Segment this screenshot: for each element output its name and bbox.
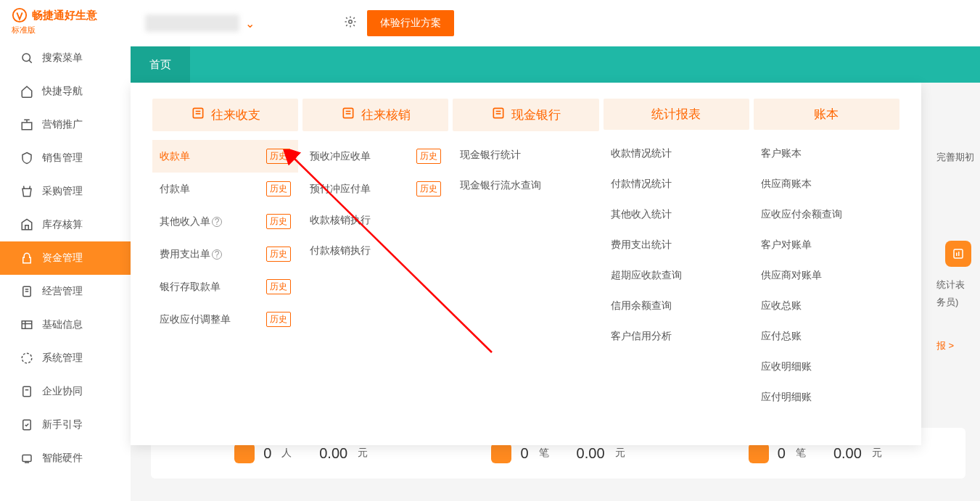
sidebar-item-9[interactable]: 系统管理 [0, 341, 131, 375]
svg-point-16 [349, 20, 353, 24]
menu-col-4: 账本客户账本供应商账本应收应付余额查询客户对账单供应商对账单应收总账应付总账应收… [754, 99, 899, 429]
stat-1-amount: 0.00 [319, 445, 347, 462]
nav-icon-3 [20, 152, 33, 165]
menu-item-1-3[interactable]: 付款核销执行 [302, 236, 448, 266]
sidebar-item-8[interactable]: 基础信息 [0, 308, 131, 341]
gear-icon[interactable] [344, 15, 357, 31]
menu-item-label-1-0: 预收冲应收单 [310, 150, 371, 163]
history-tag-1-0[interactable]: 历史 [416, 149, 441, 164]
menu-item-3-0[interactable]: 收款情况统计 [604, 138, 749, 169]
menu-item-2-1[interactable]: 现金银行流水查询 [453, 170, 598, 201]
col-icon-1 [341, 106, 355, 124]
menu-item-4-5[interactable]: 应收总账 [754, 291, 899, 321]
float-report-icon[interactable] [945, 241, 971, 267]
menu-item-label-3-4: 超期应收款查询 [611, 269, 682, 282]
tab-home[interactable]: 首页 [131, 46, 190, 83]
menu-col-header-0: 往来收支 [152, 99, 298, 131]
stat-3-amount: 0.00 [833, 445, 862, 462]
help-icon[interactable]: ? [212, 217, 222, 227]
history-tag-1-1[interactable]: 历史 [416, 181, 441, 196]
sidebar-item-1[interactable]: 快捷导航 [0, 75, 131, 108]
sidebar-item-0[interactable]: 搜索菜单 [0, 41, 131, 75]
sidebar: 畅捷通好生意 标准版 搜索菜单快捷导航营销推广销售管理采购管理库存核算资金管理经… [0, 0, 131, 501]
nav-icon-6 [20, 252, 33, 265]
sidebar-item-11[interactable]: 新手引导 [0, 408, 131, 442]
menu-item-label-0-2: 其他收入单? [160, 215, 222, 228]
history-tag-0-0[interactable]: 历史 [266, 149, 291, 164]
sidebar-item-6[interactable]: 资金管理 [0, 241, 131, 275]
menu-item-0-0[interactable]: 收款单历史 [152, 140, 298, 173]
menu-item-label-0-0: 收款单 [160, 150, 190, 163]
sidebar-item-7[interactable]: 经营管理 [0, 275, 131, 308]
nav-label-12: 智能硬件 [42, 452, 83, 465]
menu-item-4-3[interactable]: 客户对账单 [754, 230, 899, 260]
stat-2-count: 0 [520, 445, 528, 462]
col-icon-0 [191, 106, 205, 124]
stat-2-unit1: 笔 [539, 447, 549, 460]
sidebar-item-10[interactable]: 企业协同 [0, 375, 131, 408]
sidebar-item-2[interactable]: 营销推广 [0, 108, 131, 141]
menu-item-0-2[interactable]: 其他收入单?历史 [152, 205, 298, 238]
menu-item-4-7[interactable]: 应收明细账 [754, 352, 899, 382]
menu-item-4-0[interactable]: 客户账本 [754, 138, 899, 169]
menu-item-0-3[interactable]: 费用支出单?历史 [152, 238, 298, 270]
menu-item-3-6[interactable]: 客户信用分析 [604, 321, 749, 352]
menu-item-3-3[interactable]: 费用支出统计 [604, 230, 749, 260]
history-tag-0-3[interactable]: 历史 [266, 247, 291, 262]
svg-rect-19 [958, 252, 960, 256]
nav-icon-7 [20, 285, 33, 298]
stat-1-count: 0 [263, 445, 271, 462]
sidebar-item-4[interactable]: 采购管理 [0, 175, 131, 208]
svg-rect-11 [23, 386, 31, 397]
menu-col-2: 现金银行现金银行统计现金银行流水查询 [453, 99, 598, 429]
svg-line-2 [29, 60, 32, 63]
nav-label-8: 基础信息 [42, 318, 83, 331]
stat-3-unit2: 元 [872, 447, 882, 460]
menu-item-1-0[interactable]: 预收冲应收单历史 [302, 140, 448, 173]
menu-item-0-4[interactable]: 银行存取款单历史 [152, 270, 298, 303]
menu-item-4-1[interactable]: 供应商账本 [754, 169, 899, 199]
nav-label-4: 采购管理 [42, 185, 83, 198]
history-tag-0-4[interactable]: 历史 [266, 279, 291, 294]
nav-label-2: 营销推广 [42, 118, 83, 131]
menu-item-2-0[interactable]: 现金银行统计 [453, 140, 598, 170]
nav-label-6: 资金管理 [42, 252, 83, 265]
sidebar-item-12[interactable]: 智能硬件 [0, 442, 131, 475]
app-subtitle: 标准版 [12, 25, 119, 36]
history-tag-0-5[interactable]: 历史 [266, 312, 291, 327]
menu-item-4-2[interactable]: 应收应付余额查询 [754, 199, 899, 230]
menu-item-1-1[interactable]: 预付冲应付单历史 [302, 173, 448, 205]
org-dropdown[interactable]: ⌄ [145, 15, 334, 32]
menu-item-label-4-7: 应收明细账 [761, 360, 812, 373]
col-title-4: 账本 [814, 106, 839, 123]
menu-item-4-4[interactable]: 供应商对账单 [754, 260, 899, 291]
sidebar-item-5[interactable]: 库存核算 [0, 208, 131, 241]
menu-item-3-5[interactable]: 信用余额查询 [604, 291, 749, 321]
svg-rect-3 [22, 123, 32, 130]
topbar: ⌄ 体验行业方案 [131, 0, 980, 46]
col-title-0: 往来收支 [211, 107, 260, 123]
menu-item-label-3-6: 客户信用分析 [611, 330, 672, 343]
help-icon[interactable]: ? [212, 249, 222, 260]
nav-icon-10 [20, 385, 33, 398]
menu-item-1-2[interactable]: 收款核销执行 [302, 205, 448, 236]
menu-item-0-1[interactable]: 付款单历史 [152, 173, 298, 205]
experience-button[interactable]: 体验行业方案 [367, 10, 454, 36]
menu-item-3-2[interactable]: 其他收入统计 [604, 199, 749, 230]
menu-item-label-3-3: 费用支出统计 [611, 239, 672, 252]
menu-item-4-6[interactable]: 应付总账 [754, 321, 899, 352]
menu-item-3-1[interactable]: 付款情况统计 [604, 169, 749, 199]
tab-strip: 首页 [131, 46, 980, 83]
menu-col-0: 往来收支收款单历史付款单历史其他收入单?历史费用支出单?历史银行存取款单历史应收… [152, 99, 298, 429]
menu-col-header-2: 现金银行 [453, 99, 598, 131]
menu-item-3-4[interactable]: 超期应收款查询 [604, 260, 749, 291]
stat-2: 0笔 0.00元 [491, 443, 625, 463]
nav-label-3: 销售管理 [42, 152, 83, 165]
history-tag-0-2[interactable]: 历史 [266, 214, 291, 229]
hint-line-3[interactable]: 报 > [936, 335, 980, 357]
history-tag-0-1[interactable]: 历史 [266, 181, 291, 196]
menu-item-4-8[interactable]: 应付明细账 [754, 382, 899, 413]
menu-item-0-5[interactable]: 应收应付调整单历史 [152, 303, 298, 336]
col-title-2: 现金银行 [511, 107, 561, 123]
sidebar-item-3[interactable]: 销售管理 [0, 141, 131, 175]
